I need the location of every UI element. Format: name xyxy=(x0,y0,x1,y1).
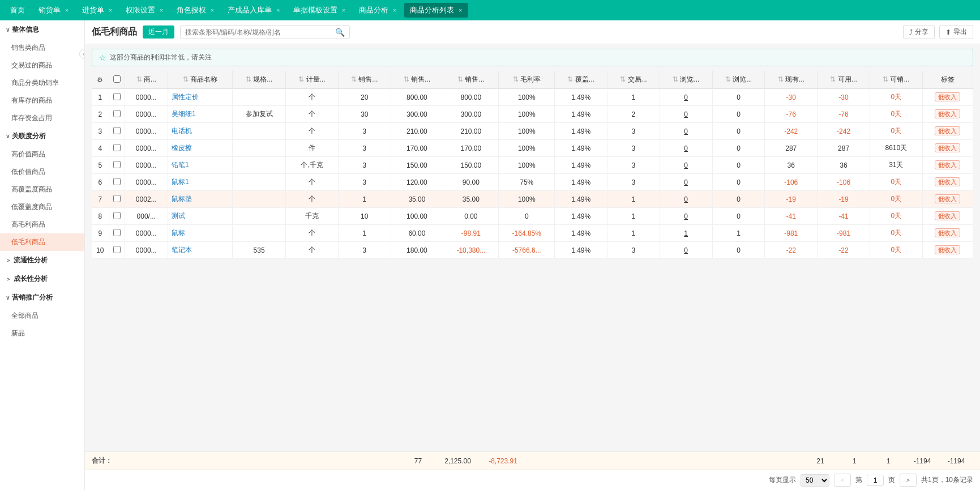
row-browse1[interactable]: 0 xyxy=(660,106,712,123)
row-select-checkbox[interactable] xyxy=(113,127,121,134)
sidebar-group-correlation[interactable]: ∨ 关联度分析 xyxy=(0,127,84,146)
sidebar-item-high-margin[interactable]: 高毛利商品 xyxy=(0,216,84,233)
row-select-checkbox[interactable] xyxy=(113,212,121,219)
row-select-checkbox[interactable] xyxy=(113,93,121,100)
sidebar-group-marketing[interactable]: ∨ 营销推广分析 xyxy=(0,288,84,307)
col-sales-profit[interactable]: ⇅ 销售... xyxy=(443,71,499,89)
nav-purchase-order[interactable]: 进货单 × xyxy=(76,3,118,18)
row-checkbox[interactable] xyxy=(109,106,125,123)
browse1-link[interactable]: 0 xyxy=(684,195,688,203)
col-code[interactable]: ⇅ 商... xyxy=(125,71,168,89)
row-browse1[interactable]: 0 xyxy=(660,208,712,225)
row-browse1[interactable]: 0 xyxy=(660,242,712,259)
row-select-checkbox[interactable] xyxy=(113,161,121,168)
row-name[interactable]: 测试 xyxy=(168,208,232,225)
sidebar-item-low-margin[interactable]: 低毛利商品 xyxy=(0,233,84,251)
browse1-link[interactable]: 0 xyxy=(684,144,688,152)
sidebar-item-low-value[interactable]: 低价值商品 xyxy=(0,163,84,181)
nav-sales-order[interactable]: 销货单 × xyxy=(33,3,74,18)
row-checkbox[interactable] xyxy=(109,208,125,225)
row-select-checkbox[interactable] xyxy=(113,178,121,185)
row-select-checkbox[interactable] xyxy=(113,246,121,253)
row-checkbox[interactable] xyxy=(109,123,125,140)
sidebar-item-sales-goods[interactable]: 销售类商品 xyxy=(0,39,84,57)
row-name[interactable]: 笔记本 xyxy=(168,242,232,259)
nav-product-analysis-list[interactable]: 商品分析列表 × xyxy=(404,3,468,18)
row-browse1[interactable]: 0 xyxy=(660,174,712,191)
browse1-link[interactable]: 0 xyxy=(684,110,688,118)
row-checkbox[interactable] xyxy=(109,89,125,106)
row-browse1[interactable]: 0 xyxy=(660,89,712,106)
col-sales-price[interactable]: ⇅ 销售... xyxy=(391,71,443,89)
row-browse1[interactable]: 0 xyxy=(660,191,712,208)
export-button[interactable]: ⬆ 导出 xyxy=(939,25,973,39)
col-transaction[interactable]: ⇅ 交易... xyxy=(607,71,660,89)
row-browse1[interactable]: 0 xyxy=(660,123,712,140)
row-browse1[interactable]: 0 xyxy=(660,140,712,157)
sidebar-item-capital[interactable]: 库存资金占用 xyxy=(0,109,84,127)
browse1-link[interactable]: 0 xyxy=(684,212,688,220)
col-tag[interactable]: 标签 xyxy=(922,71,973,89)
sidebar-item-high-value[interactable]: 高价值商品 xyxy=(0,146,84,163)
page-number-input[interactable] xyxy=(867,475,884,486)
nav-template[interactable]: 单据模板设置 × xyxy=(288,3,351,18)
row-select-checkbox[interactable] xyxy=(113,110,121,117)
page-size-select[interactable]: 50 20 100 xyxy=(801,474,829,487)
col-browse2[interactable]: ⇅ 浏览... xyxy=(712,71,765,89)
row-name[interactable]: 属性定价 xyxy=(168,89,232,106)
sidebar-item-category-rate[interactable]: 商品分类助销率 xyxy=(0,74,84,92)
row-checkbox[interactable] xyxy=(109,140,125,157)
col-saleable[interactable]: ⇅ 可销... xyxy=(870,71,922,89)
browse1-link[interactable]: 0 xyxy=(684,161,688,169)
row-name[interactable]: 鼠标1 xyxy=(168,174,232,191)
select-all-checkbox[interactable] xyxy=(113,75,121,83)
col-name[interactable]: ⇅ 商品名称 xyxy=(168,71,232,89)
browse1-link[interactable]: 0 xyxy=(684,127,688,135)
nav-product-in[interactable]: 产成品入库单 × xyxy=(222,3,285,18)
row-name[interactable]: 电话机 xyxy=(168,123,232,140)
row-checkbox[interactable] xyxy=(109,174,125,191)
browse1-link[interactable]: 1 xyxy=(684,229,688,237)
row-name[interactable]: 铅笔1 xyxy=(168,157,232,174)
sidebar-item-low-coverage[interactable]: 低覆盖度商品 xyxy=(0,198,84,216)
search-icon[interactable]: 🔍 xyxy=(335,28,345,37)
search-input[interactable] xyxy=(185,28,335,36)
row-select-checkbox[interactable] xyxy=(113,195,121,202)
nav-role-auth[interactable]: 角色授权 × xyxy=(171,3,220,18)
row-name[interactable]: 鼠标 xyxy=(168,225,232,242)
col-settings[interactable]: ⚙ xyxy=(92,71,109,89)
row-checkbox[interactable] xyxy=(109,225,125,242)
col-spec[interactable]: ⇅ 规格... xyxy=(233,71,286,89)
col-browse1[interactable]: ⇅ 浏览... xyxy=(660,71,712,89)
nav-home[interactable]: 首页 xyxy=(5,3,31,18)
col-margin[interactable]: ⇅ 毛利率 xyxy=(499,71,555,89)
sidebar-group-circulation[interactable]: ＞ 流通性分析 xyxy=(0,251,84,270)
next-page-button[interactable]: ＞ xyxy=(900,474,917,487)
sidebar-group-growth[interactable]: ＞ 成长性分析 xyxy=(0,270,84,288)
nav-permission[interactable]: 权限设置 × xyxy=(120,3,169,18)
sidebar-group-overall[interactable]: ∨ 整体信息 xyxy=(0,20,84,39)
row-browse1[interactable]: 1 xyxy=(660,225,712,242)
row-browse1[interactable]: 0 xyxy=(660,157,712,174)
col-unit[interactable]: ⇅ 计量... xyxy=(286,71,339,89)
row-checkbox[interactable] xyxy=(109,157,125,174)
col-sales-qty[interactable]: ⇅ 销售... xyxy=(338,71,391,89)
browse1-link[interactable]: 0 xyxy=(684,178,688,186)
row-checkbox[interactable] xyxy=(109,242,125,259)
sidebar-item-new-goods[interactable]: 新品 xyxy=(0,325,84,342)
sidebar-item-all-goods[interactable]: 全部商品 xyxy=(0,307,84,325)
filter-recent-month-button[interactable]: 近一月 xyxy=(143,25,174,39)
browse1-link[interactable]: 0 xyxy=(684,93,688,101)
share-button[interactable]: ⤴ 分享 xyxy=(903,25,935,39)
sidebar-item-traded-goods[interactable]: 交易过的商品 xyxy=(0,57,84,74)
col-available[interactable]: ⇅ 可用... xyxy=(818,71,870,89)
col-coverage[interactable]: ⇅ 覆盖... xyxy=(555,71,607,89)
row-name[interactable]: 橡皮擦 xyxy=(168,140,232,157)
row-name[interactable]: 鼠标垫 xyxy=(168,191,232,208)
row-checkbox[interactable] xyxy=(109,191,125,208)
row-select-checkbox[interactable] xyxy=(113,229,121,236)
sidebar-item-high-coverage[interactable]: 高覆盖度商品 xyxy=(0,181,84,198)
col-current[interactable]: ⇅ 现有... xyxy=(765,71,818,89)
prev-page-button[interactable]: ＜ xyxy=(834,474,851,487)
nav-product-analysis[interactable]: 商品分析 × xyxy=(353,3,402,18)
